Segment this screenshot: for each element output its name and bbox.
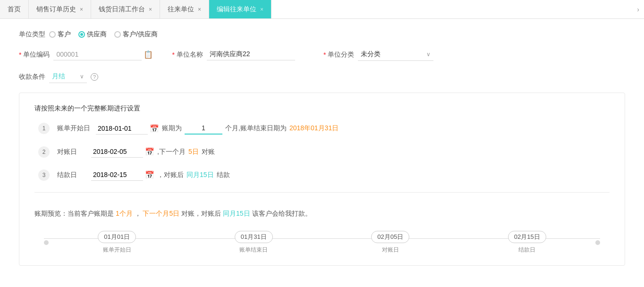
row-label-1: 账单开始日: [57, 124, 90, 133]
tab-cash-daily[interactable]: 钱货日清工作台 ×: [91, 0, 160, 18]
unit-name-input[interactable]: [207, 49, 295, 60]
reconcile-date-calendar-icon[interactable]: 📅: [145, 147, 154, 156]
timeline-label-3: 对账日: [382, 246, 399, 254]
unit-code-item: * 单位编码 📋: [19, 49, 153, 60]
unit-type-radio-group: 客户 供应商 客户/供应商: [49, 30, 158, 39]
timeline-point-3: 02月05日 对账日: [371, 231, 409, 254]
tab-edit-partner-close[interactable]: ×: [260, 6, 263, 13]
tab-partner-close[interactable]: ×: [198, 6, 201, 13]
payment-date-calendar-icon[interactable]: 📅: [145, 170, 154, 179]
row-label-2: 对账日: [57, 148, 85, 156]
preview-text: 账期预览：当前客户账期是 1个月 ， 下一个月5日 对账，对账后 同月15日 该…: [34, 208, 610, 219]
reconcile-date-input[interactable]: [91, 146, 143, 158]
unit-type-label: 单位类型: [19, 30, 45, 39]
payment-terms-help-icon[interactable]: ?: [91, 73, 98, 81]
payment-terms-value: 月结: [52, 72, 78, 81]
preview-label: 账期预览：当前客户账期是: [34, 210, 114, 217]
tab-cash-daily-label: 钱货日清工作台: [99, 5, 145, 14]
unit-type-row: 单位类型 客户 供应商 客户/供应商: [19, 30, 625, 39]
timeline-label-1: 账单开始日: [103, 246, 131, 254]
preview-reconcile-mid: 对账，对账后: [181, 210, 221, 217]
tab-edit-partner[interactable]: 编辑往来单位 ×: [209, 0, 271, 18]
payment-date-input[interactable]: [91, 169, 143, 181]
row-number-1: 1: [38, 123, 50, 134]
row-number-2: 2: [38, 146, 50, 158]
payment-terms-dropdown[interactable]: 月结 ∨: [49, 70, 87, 83]
tab-home-label: 首页: [8, 5, 21, 14]
unit-type-item: 单位类型 客户 供应商 客户/供应商: [19, 30, 158, 39]
divider: [34, 192, 610, 193]
tab-home[interactable]: 首页: [0, 0, 29, 18]
radio-customer-circle: [49, 31, 56, 38]
setting-row-3: 3 结款日 📅 ，对账后 同月15日 结款: [34, 169, 610, 181]
timeline-end: [595, 240, 600, 245]
timeline-point-2: 01月31日 账单结束日: [235, 231, 273, 254]
tab-partner-label: 往来单位: [168, 5, 194, 14]
start-date-calendar-icon[interactable]: 📅: [150, 124, 159, 133]
radio-supplier-label: 供应商: [87, 30, 107, 39]
main-content: 单位类型 客户 供应商 客户/供应商 * 单位编码: [0, 19, 644, 287]
unit-code-label: 单位编码: [23, 51, 50, 59]
setting-row-1: 1 账单开始日 📅 账期为 个月,账单结束日期为 2018年01月31日: [34, 122, 610, 135]
radio-supplier[interactable]: 供应商: [78, 30, 107, 39]
radio-both-label: 客户/供应商: [123, 30, 158, 39]
preview-period: 1个月: [116, 210, 133, 217]
reconcile-suffix: 对账: [202, 148, 215, 156]
timeline-point-4: 02月15日 结款日: [508, 231, 546, 254]
tab-sales-history-label: 销售订单历史: [36, 5, 76, 14]
end-date-display: 2018年01月31日: [289, 124, 339, 133]
unit-name-item: * 单位名称: [172, 49, 295, 60]
unit-details-row: * 单位编码 📋 * 单位名称 * 单位分类 未分类 ∨: [19, 48, 625, 61]
copy-icon[interactable]: 📋: [144, 50, 153, 59]
payment-terms-item: 收款条件 月结 ∨ ?: [19, 70, 98, 83]
radio-customer-label: 客户: [58, 30, 71, 39]
period-prefix: 账期为: [162, 124, 182, 133]
timeline-badge-2: 01月31日: [235, 231, 273, 243]
timeline-start-dot: [44, 240, 49, 245]
period-suffix: 个月,账单结束日期为: [225, 124, 287, 133]
unit-category-required: *: [323, 51, 326, 59]
radio-both[interactable]: 客户/供应商: [114, 30, 158, 39]
reconcile-day: 5日: [188, 148, 199, 156]
timeline-badge-4: 02月15日: [508, 231, 546, 243]
unit-code-input[interactable]: [53, 49, 142, 60]
reconcile-prefix: ,下一个月: [157, 148, 186, 156]
card-title: 请按照未来的一个完整帐期进行设置: [34, 104, 610, 113]
preview-section: 账期预览：当前客户账期是 1个月 ， 下一个月5日 对账，对账后 同月15日 该…: [34, 200, 610, 254]
tab-edit-partner-label: 编辑往来单位: [217, 5, 256, 14]
unit-category-label: 单位分类: [328, 51, 354, 59]
setting-row-2: 2 对账日 📅 ,下一个月 5日 对账: [34, 146, 610, 158]
payment-terms-row: 收款条件 月结 ∨ ?: [19, 70, 625, 83]
tab-partner[interactable]: 往来单位 ×: [160, 0, 209, 18]
tab-sales-history-close[interactable]: ×: [80, 6, 83, 13]
timeline-end-dot: [595, 240, 600, 245]
payment-terms-label: 收款条件: [19, 73, 45, 81]
tab-sales-history[interactable]: 销售订单历史 ×: [29, 0, 91, 18]
tab-bar: 首页 销售订单历史 × 钱货日清工作台 × 往来单位 × 编辑往来单位 × ›: [0, 0, 644, 19]
radio-customer[interactable]: 客户: [49, 30, 71, 39]
payment-suffix-text: 结款: [217, 171, 230, 179]
period-input[interactable]: [185, 122, 222, 135]
timeline-point-1: 01月01日 账单开始日: [98, 231, 136, 254]
payment-terms-arrow-icon: ∨: [80, 73, 84, 80]
chevron-right-icon: ›: [637, 6, 639, 13]
unit-name-label: 单位名称: [177, 51, 203, 59]
unit-category-arrow-icon: ∨: [426, 51, 431, 58]
radio-both-circle: [114, 31, 121, 38]
unit-category-value: 未分类: [361, 50, 424, 59]
preview-reconcile: 下一个月5日: [143, 210, 179, 217]
unit-category-item: * 单位分类 未分类 ∨: [323, 48, 433, 61]
unit-category-dropdown[interactable]: 未分类 ∨: [358, 48, 433, 61]
timeline-label-2: 账单结束日: [239, 246, 268, 254]
tab-cash-daily-close[interactable]: ×: [149, 6, 152, 13]
payment-prefix: ，对账后: [157, 171, 184, 179]
preview-comma: ，: [135, 210, 141, 217]
unit-code-required: *: [19, 51, 21, 59]
row-number-3: 3: [38, 169, 50, 181]
settings-card: 请按照未来的一个完整帐期进行设置 1 账单开始日 📅 账期为 个月,账单结束日期…: [19, 93, 625, 266]
timeline-start: [44, 240, 49, 245]
tab-more-button[interactable]: ›: [632, 0, 644, 18]
timeline-badge-1: 01月01日: [98, 231, 136, 243]
preview-payment: 同月15日: [223, 210, 250, 217]
start-date-input[interactable]: [96, 123, 148, 135]
